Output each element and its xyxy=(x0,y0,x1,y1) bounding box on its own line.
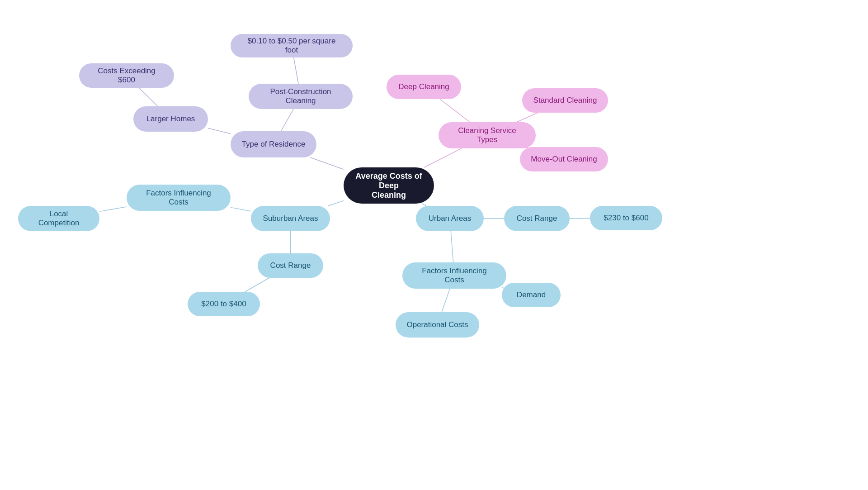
urban-areas-label: Urban Areas xyxy=(429,214,472,223)
costs-exceeding-node: Costs Exceeding $600 xyxy=(79,63,174,88)
factors-influencing-costs-2-node: Factors Influencing Costs xyxy=(402,262,506,289)
standard-cleaning-label: Standard Cleaning xyxy=(533,96,597,105)
urban-cost-value-node: $230 to $600 xyxy=(590,206,662,230)
svg-line-0 xyxy=(310,157,344,169)
move-out-cleaning-node: Move-Out Cleaning xyxy=(520,147,608,171)
suburban-cost-value-node: $200 to $400 xyxy=(188,292,260,316)
demand-label: Demand xyxy=(517,290,546,300)
demand-node: Demand xyxy=(502,283,561,307)
center-label: Average Costs of Deep Cleaning xyxy=(354,171,424,200)
factors-influencing-costs-1-label: Factors Influencing Costs xyxy=(137,189,221,207)
deep-cleaning-label: Deep Cleaning xyxy=(398,82,449,91)
svg-line-10 xyxy=(231,207,251,211)
larger-homes-label: Larger Homes xyxy=(146,114,195,124)
svg-line-7 xyxy=(516,113,538,122)
cleaning-service-types-node: Cleaning Service Types xyxy=(439,122,536,148)
local-competition-label: Local Competition xyxy=(28,209,90,228)
suburban-areas-label: Suburban Areas xyxy=(263,214,318,223)
svg-line-18 xyxy=(442,289,450,312)
svg-line-14 xyxy=(422,204,426,206)
svg-line-2 xyxy=(294,57,298,84)
post-construction-label: Post-Construction Cleaning xyxy=(259,87,343,105)
move-out-cleaning-label: Move-Out Cleaning xyxy=(531,155,597,164)
svg-line-9 xyxy=(328,201,344,206)
cost-range-suburban-label: Cost Range xyxy=(270,261,311,270)
local-competition-node: Local Competition xyxy=(18,206,99,231)
post-construction-node: Post-Construction Cleaning xyxy=(249,84,353,109)
sqft-cost-node: $0.10 to $0.50 per square foot xyxy=(231,34,353,57)
cost-range-urban-label: Cost Range xyxy=(517,214,557,223)
cost-range-urban-node: Cost Range xyxy=(504,206,570,231)
factors-influencing-costs-1-node: Factors Influencing Costs xyxy=(127,185,231,211)
deep-cleaning-node: Deep Cleaning xyxy=(387,75,461,99)
svg-line-13 xyxy=(245,278,269,292)
svg-line-1 xyxy=(281,109,293,131)
sqft-cost-label: $0.10 to $0.50 per square foot xyxy=(241,37,343,55)
factors-influencing-costs-2-label: Factors Influencing Costs xyxy=(412,266,496,285)
cost-range-suburban-node: Cost Range xyxy=(258,253,323,278)
operational-costs-node: Operational Costs xyxy=(396,312,479,338)
svg-line-4 xyxy=(139,88,158,106)
svg-line-17 xyxy=(451,231,453,262)
type-of-residence-label: Type of Residence xyxy=(242,140,306,149)
svg-line-5 xyxy=(424,148,461,167)
standard-cleaning-node: Standard Cleaning xyxy=(522,88,608,113)
svg-line-3 xyxy=(208,128,231,133)
type-of-residence-node: Type of Residence xyxy=(231,131,316,157)
urban-areas-node: Urban Areas xyxy=(416,206,484,231)
suburban-areas-node: Suburban Areas xyxy=(251,206,330,231)
larger-homes-node: Larger Homes xyxy=(133,106,208,132)
svg-line-6 xyxy=(440,99,470,122)
urban-cost-value-label: $230 to $600 xyxy=(604,214,648,223)
svg-line-11 xyxy=(99,207,127,211)
cleaning-service-types-label: Cleaning Service Types xyxy=(448,126,526,144)
operational-costs-label: Operational Costs xyxy=(406,320,468,329)
suburban-cost-value-label: $200 to $400 xyxy=(201,300,246,309)
costs-exceeding-label: Costs Exceeding $600 xyxy=(89,67,164,85)
center-node: Average Costs of Deep Cleaning xyxy=(344,167,434,204)
